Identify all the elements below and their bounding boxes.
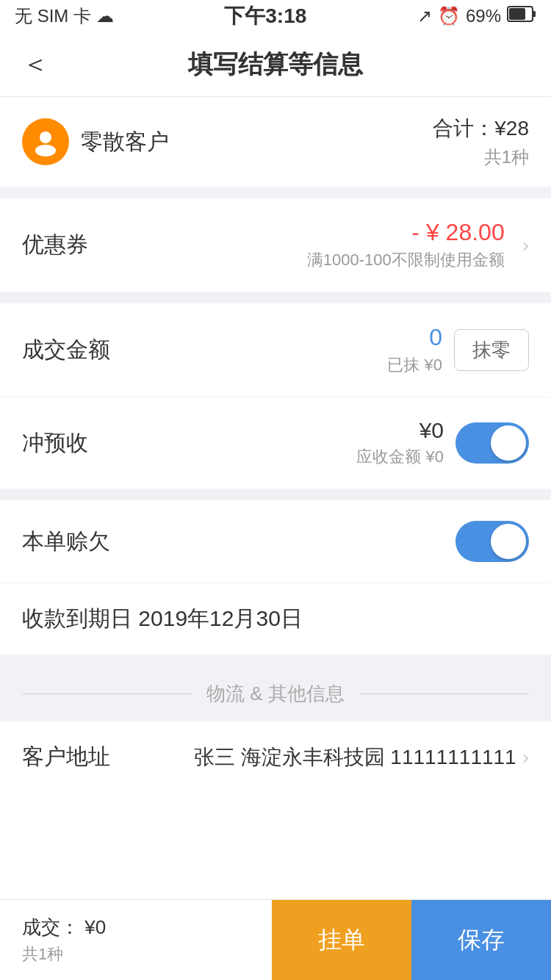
transaction-sub: 已抹 ¥0 bbox=[387, 354, 442, 376]
save-button[interactable]: 保存 bbox=[411, 900, 551, 981]
debt-toggle[interactable] bbox=[455, 521, 529, 562]
status-left: 无 SIM 卡 ☁ bbox=[15, 4, 114, 28]
bottom-count: 共1种 bbox=[22, 943, 250, 965]
back-button[interactable]: ＜ bbox=[22, 46, 48, 82]
address-chevron-icon: › bbox=[522, 746, 529, 769]
transaction-section: 成交金额 0 已抹 ¥0 抹零 冲预收 ¥0 应收金额 ¥0 bbox=[0, 303, 551, 489]
location-icon: ↗ bbox=[417, 6, 432, 26]
logistics-header: 物流 & 其他信息 bbox=[0, 666, 551, 721]
coupon-value: - ¥ 28.00 bbox=[307, 219, 505, 246]
advance-label: 冲预收 bbox=[22, 428, 88, 458]
customer-left: 零散客户 bbox=[22, 118, 169, 165]
transaction-label: 成交金额 bbox=[22, 335, 110, 365]
bottom-transaction-value: ¥0 bbox=[84, 916, 106, 938]
svg-point-4 bbox=[35, 145, 56, 156]
due-date-label: 收款到期日 2019年12月30日 bbox=[22, 606, 303, 630]
address-value: 张三 海淀永丰科技园 11111111111 bbox=[125, 743, 516, 771]
transaction-value[interactable]: 0 bbox=[387, 324, 442, 351]
debt-label: 本单赊欠 bbox=[22, 527, 110, 557]
alarm-icon: ⏰ bbox=[438, 6, 460, 26]
bottom-transaction: 成交： ¥0 bbox=[22, 915, 250, 940]
avatar bbox=[22, 118, 69, 165]
total-count: 共1种 bbox=[433, 145, 529, 169]
nav-bar: ＜ 填写结算等信息 bbox=[0, 32, 551, 97]
back-icon: ＜ bbox=[22, 48, 48, 79]
advance-sub: 应收金额 ¥0 bbox=[356, 446, 444, 468]
due-date-section: 收款到期日 2019年12月30日 bbox=[0, 583, 551, 655]
bottom-left: 成交： ¥0 共1种 bbox=[0, 915, 272, 965]
total-amount: 合计：¥28 bbox=[433, 115, 529, 143]
coupon-row[interactable]: 优惠券 - ¥ 28.00 满1000-100不限制使用金额 › bbox=[0, 198, 551, 292]
coupon-desc: 满1000-100不限制使用金额 bbox=[307, 249, 505, 271]
battery-icon bbox=[507, 6, 536, 26]
bottom-bar: 成交： ¥0 共1种 挂单 保存 bbox=[0, 899, 551, 980]
svg-point-3 bbox=[40, 131, 51, 143]
address-label: 客户地址 bbox=[22, 742, 110, 772]
logistics-line-right bbox=[359, 693, 529, 694]
customer-right: 合计：¥28 共1种 bbox=[433, 115, 529, 169]
divider-3 bbox=[0, 489, 551, 500]
advance-right: ¥0 应收金额 ¥0 bbox=[356, 418, 529, 468]
svg-rect-2 bbox=[509, 8, 525, 20]
coupon-section: 优惠券 - ¥ 28.00 满1000-100不限制使用金额 › bbox=[0, 198, 551, 292]
due-date-label-text: 收款到期日 bbox=[22, 606, 132, 630]
status-time: 下午3:18 bbox=[224, 2, 306, 30]
advance-text: ¥0 应收金额 ¥0 bbox=[356, 418, 444, 468]
status-bar: 无 SIM 卡 ☁ 下午3:18 ↗ ⏰ 69% bbox=[0, 0, 551, 32]
transaction-row: 成交金额 0 已抹 ¥0 抹零 bbox=[0, 303, 551, 397]
user-icon bbox=[31, 127, 60, 156]
debt-section: 本单赊欠 bbox=[0, 500, 551, 583]
logistics-line-left bbox=[22, 693, 192, 694]
transaction-right: 0 已抹 ¥0 抹零 bbox=[387, 324, 529, 376]
divider-1 bbox=[0, 187, 551, 198]
transaction-text: 0 已抹 ¥0 bbox=[387, 324, 442, 376]
status-right: ↗ ⏰ 69% bbox=[417, 6, 536, 26]
advance-toggle[interactable] bbox=[455, 422, 529, 464]
battery-level: 69% bbox=[466, 6, 501, 26]
advance-row: 冲预收 ¥0 应收金额 ¥0 bbox=[0, 397, 551, 489]
due-date-value[interactable]: 2019年12月30日 bbox=[138, 606, 302, 630]
coupon-right: - ¥ 28.00 满1000-100不限制使用金额 › bbox=[307, 219, 529, 271]
hold-button[interactable]: 挂单 bbox=[272, 900, 411, 981]
coupon-label: 优惠券 bbox=[22, 230, 88, 260]
customer-name: 零散客户 bbox=[81, 127, 169, 157]
coupon-text: - ¥ 28.00 满1000-100不限制使用金额 bbox=[307, 219, 505, 271]
logistics-title: 物流 & 其他信息 bbox=[206, 681, 345, 707]
toggle-knob bbox=[491, 425, 526, 461]
svg-rect-1 bbox=[533, 11, 536, 17]
advance-amount: ¥0 bbox=[356, 418, 444, 443]
round-button[interactable]: 抹零 bbox=[454, 329, 529, 371]
divider-4 bbox=[0, 655, 551, 666]
divider-2 bbox=[0, 292, 551, 303]
chevron-right-icon: › bbox=[522, 234, 529, 257]
debt-toggle-knob bbox=[491, 524, 526, 559]
sim-status: 无 SIM 卡 ☁ bbox=[15, 4, 114, 28]
address-section[interactable]: 客户地址 张三 海淀永丰科技园 11111111111 › bbox=[0, 721, 551, 793]
bottom-transaction-label: 成交： bbox=[22, 916, 79, 938]
content: 零散客户 合计：¥28 共1种 优惠券 - ¥ 28.00 满1000-100不… bbox=[0, 97, 551, 980]
customer-section: 零散客户 合计：¥28 共1种 bbox=[0, 97, 551, 187]
page-title: 填写结算等信息 bbox=[188, 48, 363, 82]
